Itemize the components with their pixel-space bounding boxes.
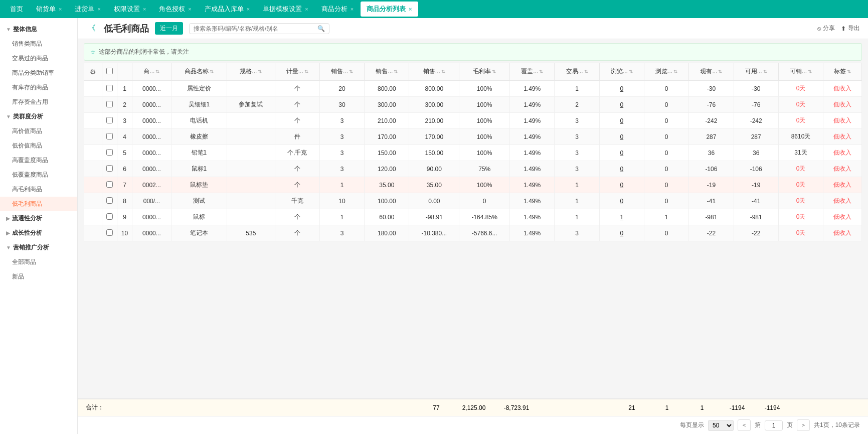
sidebar-item-low-coverage[interactable]: 低覆盖度商品: [0, 168, 77, 182]
cell-num: 7: [117, 177, 132, 193]
sidebar-item-high-value[interactable]: 高价值商品: [0, 124, 77, 138]
sort-name[interactable]: ⇅: [210, 69, 214, 74]
prev-page-btn[interactable]: ＜: [738, 419, 751, 431]
cell-sale-amount: 300.00: [365, 97, 409, 113]
sidebar-item-capital[interactable]: 库存资金占用: [0, 95, 77, 109]
sort-available[interactable]: ⇅: [763, 69, 767, 74]
cell-spec: 参加复试: [227, 97, 275, 113]
nav-permissions-close[interactable]: ×: [143, 6, 146, 12]
browse-link[interactable]: 0: [620, 117, 623, 124]
sidebar-group-overall[interactable]: ▼ 整体信息: [0, 22, 77, 37]
row-checkbox[interactable]: [106, 101, 113, 107]
browse-link[interactable]: 0: [620, 133, 623, 140]
browse-link[interactable]: 0: [620, 166, 623, 173]
sort-browse2[interactable]: ⇅: [673, 69, 677, 74]
table-row: 8 000/... 测试 千克 10 100.00 0.00 0 1.49% 1…: [84, 193, 862, 209]
next-page-btn[interactable]: ＞: [797, 419, 810, 431]
sort-trade[interactable]: ⇅: [584, 69, 588, 74]
sort-code[interactable]: ⇅: [155, 69, 159, 74]
recent-month-btn[interactable]: 近一月: [155, 22, 183, 35]
sort-current[interactable]: ⇅: [718, 69, 722, 74]
nav-templates-close[interactable]: ×: [305, 6, 308, 12]
sort-profit[interactable]: ⇅: [441, 69, 445, 74]
col-available: 可用...⇅: [734, 63, 778, 81]
nav-analysis-list-close[interactable]: ×: [409, 6, 412, 12]
sort-cover[interactable]: ⇅: [539, 69, 543, 74]
row-checkbox[interactable]: [106, 181, 113, 188]
nav-products[interactable]: 产成品入库单 ×: [199, 2, 256, 17]
search-icon[interactable]: 🔍: [317, 25, 325, 32]
cell-trade-count: 3: [555, 113, 599, 129]
cell-browse1: 0: [599, 225, 644, 241]
sidebar-item-in-stock[interactable]: 有库存的商品: [0, 80, 77, 95]
sidebar-group-flow[interactable]: ▶ 流通性分析: [0, 211, 77, 226]
cell-gross-rate: 100%: [459, 129, 510, 145]
nav-templates[interactable]: 单据模板设置 ×: [257, 2, 314, 17]
settings-icon[interactable]: ⚙: [90, 68, 96, 76]
nav-products-close[interactable]: ×: [247, 6, 250, 12]
cell-available: -242: [734, 113, 778, 129]
sidebar-item-high-coverage[interactable]: 高覆盖度商品: [0, 153, 77, 168]
cell-spec: [227, 80, 275, 97]
sidebar-item-all-products[interactable]: 全部商品: [0, 255, 77, 269]
nav-analysis-list[interactable]: 商品分析列表 ×: [361, 2, 418, 17]
nav-sales-close[interactable]: ×: [59, 6, 62, 12]
row-checkbox[interactable]: [106, 149, 113, 156]
nav-permissions[interactable]: 权限设置 ×: [108, 2, 152, 17]
sidebar-group-growth[interactable]: ▶ 成长性分析: [0, 226, 77, 240]
cell-name: 鼠标垫: [171, 177, 227, 193]
row-checkbox[interactable]: [106, 133, 113, 139]
sidebar-group-marketing[interactable]: ▼ 营销推广分析: [0, 240, 77, 255]
row-checkbox[interactable]: [106, 117, 113, 123]
nav-sales[interactable]: 销货单 ×: [30, 2, 68, 17]
sidebar-item-new-products[interactable]: 新品: [0, 269, 77, 284]
row-checkbox[interactable]: [106, 213, 113, 220]
browse-link[interactable]: 0: [620, 198, 623, 205]
notice-text: 这部分商品的利润非常低，请关注: [99, 48, 189, 56]
nav-analysis[interactable]: 商品分析 ×: [315, 2, 360, 17]
nav-roles-close[interactable]: ×: [188, 6, 191, 12]
sidebar-item-traded[interactable]: 交易过的商品: [0, 51, 77, 66]
page-size-select[interactable]: 50 100 200: [708, 420, 734, 431]
nav-roles[interactable]: 角色授权 ×: [153, 2, 197, 17]
sort-browse1[interactable]: ⇅: [629, 69, 633, 74]
row-checkbox[interactable]: [106, 85, 113, 91]
browse-link[interactable]: 0: [620, 85, 623, 92]
browse-link[interactable]: 0: [620, 101, 623, 108]
row-checkbox[interactable]: [106, 197, 113, 204]
export-btn[interactable]: ⬆ 导出: [841, 24, 860, 33]
cell-name: 鼠标: [171, 209, 227, 225]
row-checkbox[interactable]: [106, 165, 113, 172]
sort-spec[interactable]: ⇅: [258, 69, 262, 74]
sort-qty[interactable]: ⇅: [349, 69, 353, 74]
page-title: 低毛利商品: [104, 23, 149, 35]
sidebar-item-low-value[interactable]: 低价值商品: [0, 138, 77, 153]
nav-home[interactable]: 首页: [4, 2, 29, 17]
sidebar-item-high-margin[interactable]: 高毛利商品: [0, 182, 77, 197]
sort-amount[interactable]: ⇅: [394, 69, 398, 74]
browse-link[interactable]: 0: [620, 230, 623, 237]
page-number-input[interactable]: [765, 420, 783, 430]
col-gross-rate: 毛利率⇅: [459, 63, 510, 81]
search-input[interactable]: [194, 25, 317, 32]
browse-link[interactable]: 1: [620, 214, 623, 221]
browse-link[interactable]: 0: [620, 182, 623, 189]
sort-unit[interactable]: ⇅: [304, 69, 308, 74]
row-checkbox[interactable]: [106, 229, 113, 236]
sort-salable[interactable]: ⇅: [808, 69, 812, 74]
sort-tag[interactable]: ⇅: [847, 69, 851, 74]
sidebar-collapse-btn[interactable]: 《: [86, 23, 98, 34]
browse-link[interactable]: 0: [620, 150, 623, 157]
share-btn[interactable]: ⎋ 分享: [817, 24, 835, 33]
sidebar-item-category-rate[interactable]: 商品分类助销率: [0, 66, 77, 80]
nav-purchase[interactable]: 进货单 ×: [69, 2, 106, 17]
nav-purchase-close[interactable]: ×: [97, 6, 100, 12]
sort-gross[interactable]: ⇅: [492, 69, 496, 74]
nav-analysis-close[interactable]: ×: [351, 6, 354, 12]
cell-unit: 个: [275, 97, 319, 113]
sidebar-item-low-margin[interactable]: 低毛利商品: [0, 197, 77, 211]
sidebar-item-sales-products[interactable]: 销售类商品: [0, 37, 77, 51]
footer-bar: 合计： 77 2,125.00 -8,723.91 21 1 1 -1194 -…: [78, 398, 868, 416]
sidebar-group-cluster[interactable]: ▼ 类群度分析: [0, 109, 77, 124]
select-all-checkbox[interactable]: [106, 68, 113, 74]
